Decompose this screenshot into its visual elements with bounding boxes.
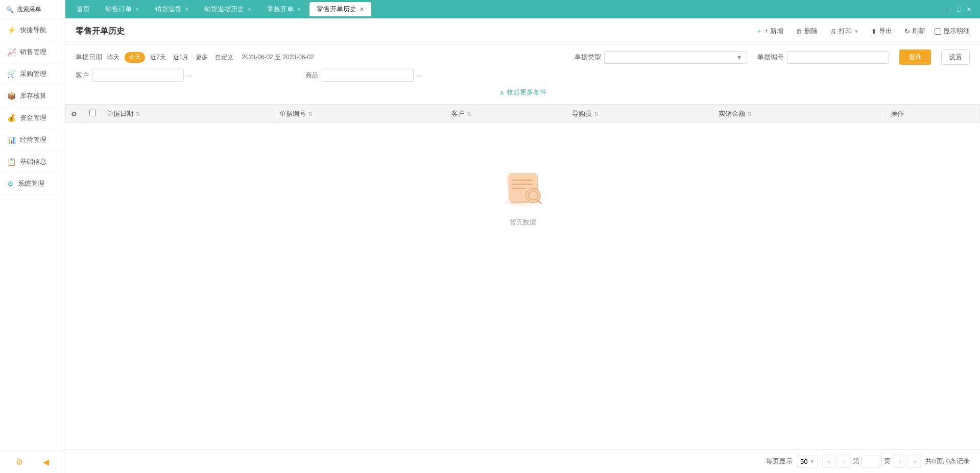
date-range: 2023-06-02 至 2023-06-02 (242, 53, 314, 62)
col-header-guide[interactable]: 导购员⇅ (567, 105, 713, 123)
next-page-button[interactable]: › (893, 455, 906, 468)
tab-label-retail-open: 零售开单 (267, 5, 294, 14)
filter-area: 单据日期 昨天今天近7天近1月更多自定义 2023-06-02 至 2023-0… (65, 44, 980, 105)
quick-nav-label: 快捷导航 (20, 26, 46, 35)
date-opt-更多[interactable]: 更多 (194, 52, 210, 63)
sidebar-search-label: 搜索采单 (17, 5, 41, 14)
date-opt-自定义[interactable]: 自定义 (213, 52, 235, 63)
per-page-select[interactable]: 50 ▼ (797, 456, 818, 467)
finance-label: 资金管理 (20, 113, 46, 122)
per-page-arrow: ▼ (809, 459, 815, 464)
page-number-input[interactable]: 1 (862, 456, 882, 467)
close-button[interactable]: ✕ (966, 6, 972, 13)
sidebar-item-sys-mgmt[interactable]: ⚙ 系统管理 (0, 173, 65, 195)
customer-label: 客户 (76, 71, 89, 80)
table-container: ⚙单据日期⇅单据编号⇅客户⇅导购员⇅实销金额⇅操作 (65, 105, 980, 449)
doc-type-select[interactable]: ▼ (604, 51, 747, 64)
export-button[interactable]: ⬆ 导出 (868, 24, 895, 38)
date-opt-今天[interactable]: 今天 (125, 52, 145, 63)
settings-icon[interactable]: ⚙ (16, 457, 23, 467)
sidebar-item-purchase-mgmt[interactable]: 🛒 采购管理 (0, 63, 65, 85)
display-detail-input[interactable] (935, 28, 941, 35)
tab-sales-return[interactable]: 销货退货 ✕ (148, 2, 196, 16)
select-all-checkbox[interactable] (89, 110, 96, 116)
date-opt-近1月[interactable]: 近1月 (171, 52, 191, 63)
refresh-button[interactable]: ↻ 刷新 (901, 24, 928, 38)
add-icon: ＋ (756, 27, 762, 36)
tab-close-sales-order[interactable]: ✕ (135, 6, 139, 13)
prev-page-button[interactable]: ‹ (838, 455, 851, 468)
customer-dots[interactable]: ··· (187, 71, 193, 80)
page-nav: « ‹ 第 1 页 › » (822, 455, 921, 468)
collapse-icon[interactable]: ◀ (43, 457, 49, 467)
purchase-mgmt-icon: 🛒 (7, 70, 16, 78)
maximize-button[interactable]: □ (957, 6, 961, 13)
doc-number-input[interactable] (787, 51, 889, 64)
sidebar-item-sales-mgmt[interactable]: 📈 销售管理 (0, 41, 65, 63)
print-button[interactable]: 🖨 打印 ▼ (827, 24, 862, 38)
empty-text: 暂无数据 (510, 218, 536, 227)
col-header-action: 操作 (886, 105, 980, 123)
print-icon: 🖨 (830, 28, 836, 35)
query-button[interactable]: 查询 (899, 49, 931, 65)
delete-label: 删除 (804, 27, 818, 36)
add-button[interactable]: ＋ + 新增 (753, 24, 786, 38)
collapse-button[interactable]: ∧ 收起更多条件 (76, 86, 970, 99)
tab-label-sales-return: 销货退货 (155, 5, 181, 14)
pagination: 每页显示 50 ▼ « ‹ 第 1 页 › » 共0页, 0条记录 (65, 449, 980, 473)
product-input[interactable] (322, 69, 414, 82)
col-header-number[interactable]: 单据编号⇅ (274, 105, 446, 123)
tab-close-retail-history[interactable]: ✕ (360, 6, 364, 13)
purchase-mgmt-label: 采购管理 (20, 69, 46, 79)
tab-sales-order[interactable]: 销售订单 ✕ (98, 2, 147, 16)
sys-mgmt-icon: ⚙ (7, 180, 14, 188)
tab-retail-history[interactable]: 零售开单历史 ✕ (309, 2, 371, 16)
sidebar-footer: ⚙ ◀ (0, 451, 65, 473)
sidebar-item-quick-nav[interactable]: ⚡ 快捷导航 (0, 19, 65, 41)
sidebar-item-inventory[interactable]: 📦 库存核算 (0, 85, 65, 107)
print-label: 打印 (839, 27, 852, 36)
sidebar-item-ops-mgmt[interactable]: 📊 经营管理 (0, 129, 65, 151)
per-page-label: 每页显示 (766, 457, 793, 466)
tab-home[interactable]: 首页 (69, 2, 97, 16)
date-opt-昨天[interactable]: 昨天 (105, 52, 122, 63)
delete-button[interactable]: 🗑 删除 (793, 24, 821, 38)
tab-sales-return-history[interactable]: 销货退货历史 ✕ (197, 2, 259, 16)
tab-retail-open[interactable]: 零售开单 ✕ (260, 2, 308, 16)
customer-filter: 客户 ··· (76, 69, 193, 82)
col-header-checkbox (84, 105, 102, 123)
quick-nav-icon: ⚡ (7, 26, 16, 34)
col-header-date[interactable]: 单据日期⇅ (102, 105, 274, 123)
minimize-button[interactable]: — (945, 6, 952, 13)
tab-close-retail-open[interactable]: ✕ (297, 6, 301, 13)
doc-number-filter: 单据编号 (757, 51, 889, 64)
settings-button[interactable]: 设置 (941, 49, 970, 65)
display-detail-label: 显示明细 (943, 27, 970, 36)
sidebar-item-basic-info[interactable]: 📋 基础信息 (0, 151, 65, 173)
collapse-arrow-icon: ∧ (499, 89, 505, 96)
col-header-customer[interactable]: 客户⇅ (446, 105, 567, 123)
sidebar-item-finance[interactable]: 💰 资金管理 (0, 107, 65, 129)
tab-close-sales-return-history[interactable]: ✕ (247, 6, 252, 13)
sidebar-search[interactable]: 🔍 搜索采单 (0, 0, 65, 19)
col-header-amount[interactable]: 实销金额⇅ (713, 105, 886, 123)
finance-icon: 💰 (7, 114, 16, 122)
sales-mgmt-label: 销售管理 (20, 47, 46, 57)
product-dots[interactable]: ··· (417, 71, 423, 80)
date-label: 单据日期 (76, 53, 102, 62)
ops-mgmt-icon: 📊 (7, 136, 16, 144)
toolbar: ＋ + 新增 🗑 删除 🖨 打印 ▼ ⬆ 导出 (753, 24, 970, 38)
tab-close-sales-return[interactable]: ✕ (184, 6, 189, 13)
delete-icon: 🗑 (796, 28, 802, 35)
ops-mgmt-label: 经营管理 (20, 135, 46, 144)
table-settings-icon[interactable]: ⚙ (71, 110, 77, 118)
customer-input[interactable] (92, 69, 184, 82)
last-page-button[interactable]: » (908, 455, 921, 468)
doc-number-label: 单据编号 (757, 53, 784, 62)
date-opt-近7天[interactable]: 近7天 (148, 52, 168, 63)
page-header: 零售开单历史 ＋ + 新增 🗑 删除 🖨 打印 ▼ (65, 18, 980, 44)
tab-label-retail-history: 零售开单历史 (317, 5, 356, 14)
first-page-button[interactable]: « (822, 455, 835, 468)
display-detail-checkbox[interactable]: 显示明细 (935, 27, 970, 36)
window-controls: — □ ✕ (945, 6, 976, 13)
